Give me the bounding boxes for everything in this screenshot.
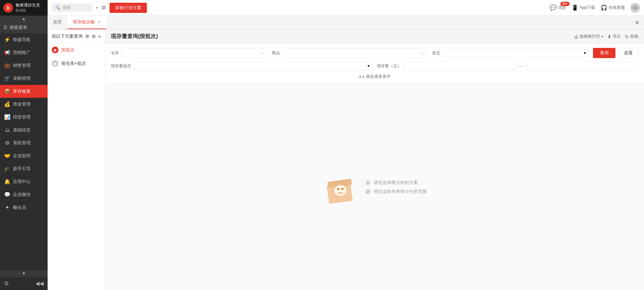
app-edition: 标准版: [16, 8, 40, 13]
sidebar: b 畅康通好生意 标准版 ▲ ☰ 搜索菜单 ⚡ 快捷导航📢 营销推广💼 销售管理…: [0, 0, 48, 290]
sidebar-item-应用中心[interactable]: 🔔 应用中心: [0, 175, 48, 188]
sidebar-item-经营管理[interactable]: 📊 经营管理: [0, 111, 48, 124]
print-chevron-icon[interactable]: ▾: [601, 35, 603, 38]
left-panel: 按以下方案查询 ⊕ ⊛ « ◉ 按批次 ◉ 按仓库+批次: [48, 30, 105, 290]
print-button[interactable]: 🖨 按模板打印 ▾: [574, 34, 603, 39]
svg-point-4: [341, 188, 343, 190]
sidebar-item-销售管理[interactable]: 💼 销售管理: [0, 59, 48, 72]
app-logo: b: [3, 3, 13, 13]
tip-text-2: 用过滤条件来缩小分析范围: [374, 188, 427, 195]
status-field: 状态 ▾: [432, 49, 589, 57]
topbar-gear-icon[interactable]: ⚙: [101, 4, 106, 11]
product-label: 商品: [272, 50, 280, 56]
sidebar-item-库存核算[interactable]: 📦 库存核算: [0, 85, 48, 98]
page-header-actions: 🖨 按模板打印 ▾ ⬆ 导出 ↻ 刷新: [574, 34, 639, 39]
left-panel-actions: ⊕ ⊛ «: [85, 33, 101, 39]
user-avatar[interactable]: Rit: [630, 3, 640, 13]
scheme-item-warehouse-batch[interactable]: ◉ 按仓库+批次: [48, 57, 105, 70]
scheme-item-batch[interactable]: ◉ 按批次: [48, 43, 105, 57]
status-label: 状态: [432, 50, 440, 56]
scheme-icon-warehouse-batch: ◉: [52, 60, 58, 67]
product-field: 商品 ···: [272, 48, 428, 58]
tab-close-icon[interactable]: ✕: [98, 20, 101, 24]
collapse-sidebar-icon[interactable]: ◀◀: [35, 280, 44, 287]
nav-icon-7: 🗂: [4, 127, 10, 133]
qty-dash: —: [518, 64, 525, 69]
refresh-label: 刷新: [630, 34, 639, 39]
scheme-settings-icon[interactable]: ⊛: [91, 33, 96, 39]
sidebar-scroll-up[interactable]: ▲: [0, 16, 48, 22]
nav-label-12: 企业微信: [13, 192, 31, 198]
nav-label-3: 采购管理: [13, 75, 31, 81]
sidebar-item-系统管理[interactable]: ⚙ 系统管理: [0, 137, 48, 149]
add-scheme-icon[interactable]: ⊕: [85, 33, 89, 39]
inventory-qty-to-input[interactable]: [527, 61, 639, 70]
collapse-up-icon: ∧∧: [359, 74, 365, 79]
sidebar-item-采购管理[interactable]: 🛒 采购管理: [0, 72, 48, 85]
empty-svg: [323, 170, 360, 207]
trial-button[interactable]: 体验行业方案: [109, 3, 147, 13]
svg-point-3: [337, 188, 339, 190]
status-select[interactable]: ▾: [442, 49, 589, 57]
sidebar-item-企业微信[interactable]: 💬 企业微信: [0, 188, 48, 201]
warehouse-input[interactable]: ···: [121, 48, 268, 58]
online-service-label: 在线客服: [609, 5, 625, 11]
nav-label-1: 营销推广: [13, 50, 31, 56]
sidebar-header: b 畅康通好生意 标准版: [0, 0, 48, 16]
page-area: 按以下方案查询 ⊕ ⊛ « ◉ 按批次 ◉ 按仓库+批次 现存量查询(按批次): [48, 30, 644, 290]
dropdown-chevron-icon[interactable]: ▾: [96, 5, 98, 10]
avatar-image: Rit: [630, 3, 640, 13]
sidebar-item-资金管理[interactable]: 💰 资金管理: [0, 98, 48, 111]
sidebar-item-快捷导航[interactable]: ⚡ 快捷导航: [0, 33, 48, 46]
scheme-label-batch: 按批次: [61, 47, 74, 53]
nav-icon-13: ✦: [4, 204, 10, 211]
nav-icon-2: 💼: [4, 62, 10, 69]
print-label: 按模板打印: [580, 34, 600, 39]
tip-num-2: 2: [365, 188, 371, 195]
message-button[interactable]: 💬 消息 99+: [550, 4, 566, 11]
app-download-label: App下载: [580, 5, 595, 11]
message-icon: 💬: [550, 4, 557, 11]
main-content: 🔍 搜索 ▾ ⚙ 体验行业方案 💬 消息 99+ 📱 App下载 🎧 在线客服 …: [48, 0, 644, 290]
empty-tip-2: 2 用过滤条件来缩小分析范围: [365, 188, 427, 195]
tab-home-label: 首页: [53, 19, 62, 25]
settings-icon[interactable]: ⚙: [4, 280, 9, 287]
sidebar-search[interactable]: ☰ 搜索菜单: [0, 22, 48, 33]
export-button[interactable]: ⬆ 导出: [607, 34, 621, 39]
settings-button[interactable]: 设置: [618, 48, 639, 58]
nav-label-0: 快捷导航: [13, 37, 31, 43]
inventory-status-select[interactable]: ▾: [133, 61, 373, 70]
sidebar-item-新手引导[interactable]: 🎓 新手引导: [0, 162, 48, 175]
nav-label-5: 资金管理: [13, 101, 31, 107]
sidebar-item-营销推广[interactable]: 📢 营销推广: [0, 46, 48, 59]
sidebar-item-基础信息[interactable]: 🗂 基础信息: [0, 124, 48, 137]
collapse-conditions-button[interactable]: ∧∧ 收起更多条件: [111, 74, 639, 79]
message-badge: 99+: [560, 2, 570, 6]
tip-text-1: 请先选择要分析的方案: [374, 180, 418, 186]
nav-label-11: 应用中心: [13, 179, 31, 185]
nav-icon-1: 📢: [4, 50, 10, 56]
sidebar-scroll-down[interactable]: ▼: [0, 270, 48, 276]
inventory-qty-from-input[interactable]: [403, 61, 515, 70]
tab-inventory[interactable]: 库存批次账 ✕: [67, 16, 106, 29]
online-service-button[interactable]: 🎧 在线客服: [600, 4, 625, 11]
topbar-search[interactable]: 🔍 搜索: [52, 3, 92, 12]
product-input[interactable]: ···: [282, 48, 428, 58]
company-name: 畅康通好生意: [16, 3, 40, 8]
sidebar-footer: ⚙ ◀◀: [0, 276, 48, 290]
tab-home[interactable]: 首页: [48, 16, 67, 29]
sidebar-item-畅会员[interactable]: ✦ 畅会员: [0, 201, 48, 214]
filter-area: 仓库 ··· 商品 ··· 状态: [105, 44, 644, 84]
query-button[interactable]: 查询: [593, 48, 615, 58]
sidebar-item-企业协同[interactable]: 🤝 企业协同: [0, 149, 48, 162]
export-label: 导出: [613, 34, 621, 39]
sidebar-nav: ⚡ 快捷导航📢 营销推广💼 销售管理🛒 采购管理📦 库存核算💰 资金管理📊 经营…: [0, 33, 48, 270]
warehouse-label: 仓库: [111, 50, 119, 56]
refresh-button[interactable]: ↻ 刷新: [625, 34, 639, 39]
tab-close-right-icon[interactable]: ✕: [635, 19, 639, 26]
sidebar-search-label: 搜索菜单: [10, 24, 27, 31]
empty-state: 1 请先选择要分析的方案 2 用过滤条件来缩小分析范围: [105, 84, 644, 290]
collapse-panel-icon[interactable]: «: [98, 33, 101, 39]
app-download-button[interactable]: 📱 App下载: [572, 4, 595, 11]
tab-inventory-label: 库存批次账: [73, 19, 95, 25]
